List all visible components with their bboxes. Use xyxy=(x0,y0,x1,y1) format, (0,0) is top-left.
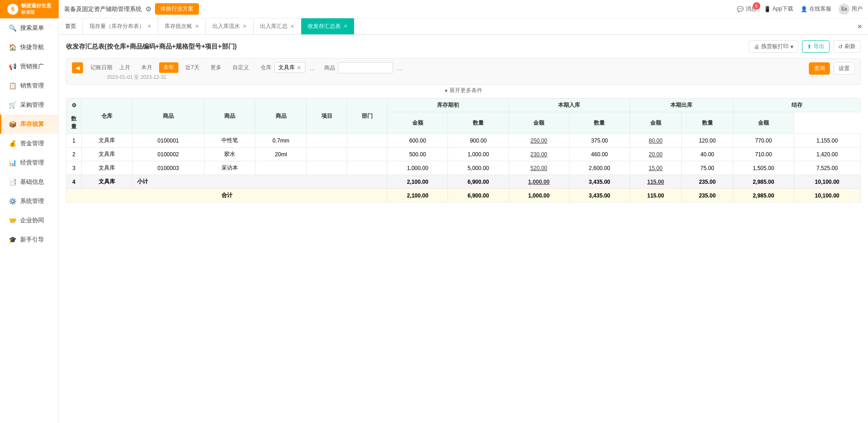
refresh-button[interactable]: ↺ 刷新 xyxy=(833,40,861,53)
tab-inout-summary-close[interactable]: ✕ xyxy=(290,23,294,29)
row2-bal-amt: 1,420.00 xyxy=(794,148,860,161)
tab-home[interactable]: 首页 xyxy=(59,18,83,35)
row3-open-amt: 5,000.00 xyxy=(448,161,509,175)
row3-in-amt: 2,600.00 xyxy=(569,161,630,175)
row2-out-qty[interactable]: 20.00 xyxy=(630,148,682,161)
settings-icon[interactable]: ⚙ xyxy=(145,5,151,13)
row1-goods-code: 0100001 xyxy=(133,134,204,148)
row2-bal-qty: 710.00 xyxy=(733,148,794,161)
th-opening: 库存期初 xyxy=(387,99,509,112)
app-download-item[interactable]: 📱 App下载 xyxy=(764,5,793,13)
row2-in-qty[interactable]: 230.00 xyxy=(509,148,569,161)
user-item[interactable]: Ea 用户 xyxy=(839,4,862,15)
tab-batch-label: 库存批次账 xyxy=(165,22,192,30)
page-title: 收发存汇总表(按仓库+商品编码+商品+规格型号+项目+部门) xyxy=(66,43,237,51)
row1-goods-name: 中性笔 xyxy=(204,134,255,148)
date-btn-more[interactable]: 更多 xyxy=(206,62,226,73)
tab-inout-flow-close[interactable]: ✕ xyxy=(243,23,247,29)
sidebar-item-corp[interactable]: 🤝 企业协同 xyxy=(0,211,58,230)
row1-in-qty[interactable]: 250.00 xyxy=(509,134,569,148)
tab-inout-summary[interactable]: 出入库汇总 ✕ xyxy=(254,18,301,35)
filter-toggle[interactable]: ◀ xyxy=(72,62,83,73)
tabs-close-all[interactable]: ✕ xyxy=(851,23,868,30)
row3-in-qty[interactable]: 520.00 xyxy=(509,161,569,175)
page-title-row: 收发存汇总表(按仓库+商品编码+商品+规格型号+项目+部门) 🖨 拣货板打印 ▾… xyxy=(66,40,861,53)
th-in: 本期入库 xyxy=(509,99,630,112)
online-service-item[interactable]: 👤 在线客服 xyxy=(801,5,831,13)
th-settings[interactable]: ⚙ xyxy=(66,99,82,112)
try-industry-button[interactable]: 体验行业方案 xyxy=(155,3,199,15)
message-item[interactable]: 💬 消息 6 xyxy=(737,5,757,13)
inventory-icon: 📦 xyxy=(9,121,17,128)
tab-collect-summary-close[interactable]: ✕ xyxy=(343,23,348,29)
sidebar-item-system[interactable]: ⚙️ 系统管理 xyxy=(0,192,58,211)
tab-inventory-dist[interactable]: 现存量（库存分布表） ✕ xyxy=(83,18,158,35)
sidebar-label-operation: 经营管理 xyxy=(20,159,44,167)
system-title-text: 装备及固定资产辅助管理系统 xyxy=(64,5,142,13)
warehouse-tag-close[interactable]: ✕ xyxy=(297,65,301,71)
th-department: 部门 xyxy=(347,99,387,134)
subtotal-bal-qty: 2,985.00 xyxy=(733,175,794,189)
export-icon: ⬆ xyxy=(807,44,812,50)
row1-out-qty[interactable]: 80.00 xyxy=(630,134,682,148)
row1-bal-amt: 1,155.00 xyxy=(794,134,860,148)
app-download-label: App下载 xyxy=(773,5,793,13)
date-btn-custom[interactable]: 自定义 xyxy=(228,62,253,73)
warehouse-ellipsis[interactable]: ... xyxy=(308,64,317,71)
subtotal-no: 4 xyxy=(66,175,82,189)
sidebar-item-quick[interactable]: 🏠 快捷导航 xyxy=(0,38,58,57)
date-label: 记账日期 xyxy=(90,64,112,71)
row3-no: 3 xyxy=(66,161,82,175)
corp-icon: 🤝 xyxy=(9,217,17,224)
th-project: 项目 xyxy=(307,99,347,134)
sidebar-item-basic[interactable]: 📑 基础信息 xyxy=(0,172,58,192)
row2-project xyxy=(307,148,347,161)
query-button[interactable]: 查询 xyxy=(809,62,830,75)
total-open-amt: 6,900.00 xyxy=(448,189,509,203)
row2-warehouse: 文具库 xyxy=(82,148,133,161)
tab-batch-close[interactable]: ✕ xyxy=(195,23,199,29)
print-button[interactable]: 🖨 拣货板打印 ▾ xyxy=(749,40,798,53)
warehouse-tag-input[interactable]: 文具库 ✕ xyxy=(274,62,305,73)
sidebar-item-purchase[interactable]: 🛒 采购管理 xyxy=(0,95,58,115)
sidebar-item-guide[interactable]: 🎓 新手引导 xyxy=(0,230,58,249)
service-icon: 👤 xyxy=(801,6,807,12)
total-bal-amt: 10,100.00 xyxy=(794,189,860,203)
export-button[interactable]: ⬆ 导出 xyxy=(802,40,829,53)
row3-goods-name: 采访本 xyxy=(204,161,255,175)
subtotal-label: 小计 xyxy=(133,175,387,189)
goods-input[interactable] xyxy=(338,62,393,73)
row2-goods-code: 0100002 xyxy=(133,148,204,161)
goods-ellipsis[interactable]: ... xyxy=(396,64,405,71)
tab-batch[interactable]: 库存批次账 ✕ xyxy=(158,18,206,35)
sidebar-label-sales: 销售管理 xyxy=(20,82,44,90)
sidebar-item-inventory[interactable]: 📦 库存核算 xyxy=(0,115,58,134)
row3-out-qty[interactable]: 15.00 xyxy=(630,161,682,175)
table-row: 3 文具库 0100003 采访本 1,000.00 5,000.00 520.… xyxy=(66,161,861,175)
row2-open-qty: 500.00 xyxy=(387,148,448,161)
date-btn-this-year[interactable]: 本年 xyxy=(159,62,178,73)
tab-collect-summary[interactable]: 收发存汇总表 ✕ xyxy=(301,18,354,35)
message-badge: 6 xyxy=(753,2,760,10)
th-sub-bal-amt: 金额 xyxy=(733,112,794,134)
sidebar-item-marketing[interactable]: 📢 营销推广 xyxy=(0,57,58,76)
date-btn-this-month[interactable]: 本月 xyxy=(137,62,156,73)
row1-open-amt: 900.00 xyxy=(448,134,509,148)
table-row: 2 文具库 0100002 胶水 20ml 500.00 1,000.00 23… xyxy=(66,148,861,161)
row2-no: 2 xyxy=(66,148,82,161)
tab-inventory-dist-close[interactable]: ✕ xyxy=(147,23,151,29)
settings-button[interactable]: 设置 xyxy=(834,62,855,75)
table-row: 1 文具库 0100001 中性笔 0.7mm 600.00 900.00 25… xyxy=(66,134,861,148)
date-btn-7days[interactable]: 近7天 xyxy=(181,62,204,73)
operation-icon: 📊 xyxy=(9,159,17,166)
row2-goods-name: 胶水 xyxy=(204,148,255,161)
subtotal-open-qty: 2,100.00 xyxy=(387,175,448,189)
sidebar-item-operation[interactable]: 📊 经营管理 xyxy=(0,153,58,172)
sidebar-item-search[interactable]: 🔍 搜索菜单 xyxy=(0,18,58,38)
date-btn-last-month[interactable]: 上月 xyxy=(115,62,134,73)
expand-more-btn[interactable]: ▾ 展开更多条件 xyxy=(66,87,861,94)
sidebar-item-finance[interactable]: 💰 资金管理 xyxy=(0,134,58,153)
sidebar-item-sales[interactable]: 📋 销售管理 xyxy=(0,76,58,95)
th-sub-in-qty: 数量 xyxy=(448,112,509,134)
tab-inout-flow[interactable]: 出入库流水 ✕ xyxy=(206,18,254,35)
